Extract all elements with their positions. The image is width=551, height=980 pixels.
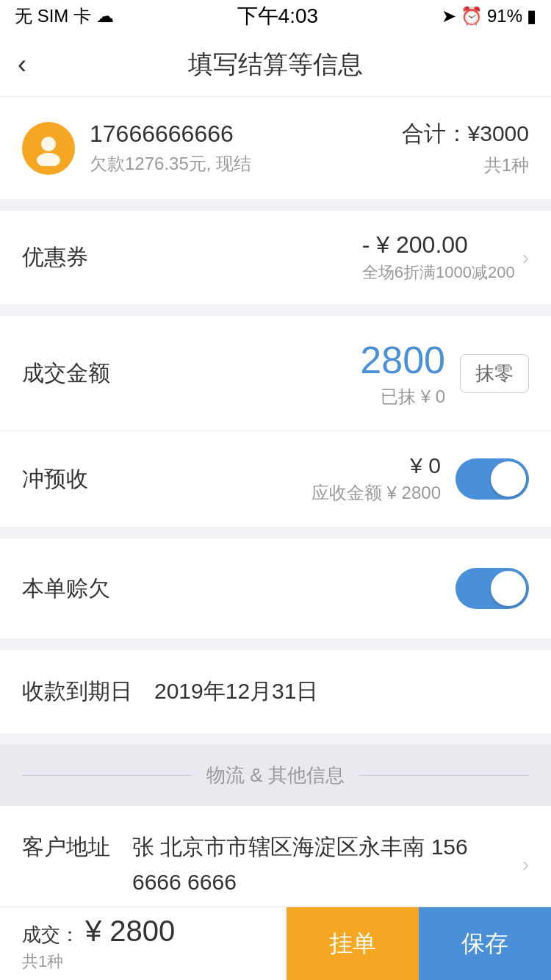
prepay-toggle[interactable] <box>455 458 529 500</box>
address-value: 张 北京市市辖区海淀区永丰南 156 6666 6666 <box>132 829 515 900</box>
status-right: ➤ ⏰ 91% ▮ <box>442 6 536 26</box>
svg-point-1 <box>37 153 60 166</box>
coupon-row[interactable]: 优惠券 - ¥ 200.00 全场6折满1000减200 › <box>0 211 551 304</box>
bottom-deal-label: 成交： <box>22 922 79 948</box>
coupon-desc: 全场6折满1000减200 <box>362 262 515 284</box>
address-row[interactable]: 客户地址 张 北京市市辖区海淀区永丰南 156 6666 6666 › <box>0 806 551 923</box>
save-button[interactable]: 保存 <box>419 907 551 981</box>
customer-left: 17666666666 欠款1276.35元, 现结 <box>22 120 251 176</box>
svg-point-0 <box>41 137 56 151</box>
logistics-divider: 物流 & 其他信息 <box>0 745 551 806</box>
address-chevron-icon: › <box>522 853 529 876</box>
deal-amount-row: 成交金额 2800 已抹 ¥ 0 抹零 <box>0 316 551 431</box>
prepay-sub: 应收金额 ¥ 2800 <box>311 481 441 505</box>
bottom-summary: 成交： ¥ 2800 共1种 <box>0 915 287 973</box>
debit-label: 本单赊欠 <box>22 574 110 604</box>
chevron-right-icon: › <box>522 246 529 270</box>
customer-right: 合计：¥3000 共1种 <box>402 119 529 177</box>
prepay-row: 冲预收 ¥ 0 应收金额 ¥ 2800 <box>0 431 551 527</box>
status-left: 无 SIM 卡 ☁ <box>15 4 114 28</box>
bottom-bar: 成交： ¥ 2800 共1种 挂单 保存 <box>0 907 551 980</box>
customer-card: 17666666666 欠款1276.35元, 现结 合计：¥3000 共1种 <box>0 97 551 199</box>
divider-line-left <box>22 775 192 776</box>
bottom-count: 共1种 <box>22 951 264 973</box>
nav-bar: ‹ 填写结算等信息 <box>0 32 551 97</box>
customer-debt: 欠款1276.35元, 现结 <box>90 152 251 176</box>
total-count: 共1种 <box>402 154 529 177</box>
divider-line-right <box>359 775 529 776</box>
deal-amount-right: 2800 已抹 ¥ 0 抹零 <box>360 338 529 408</box>
prepay-right: ¥ 0 应收金额 ¥ 2800 <box>311 453 529 505</box>
coupon-right: - ¥ 200.00 全场6折满1000减200 › <box>362 231 529 284</box>
bottom-deal-amount: ¥ 2800 <box>85 915 175 948</box>
debit-row: 本单赊欠 <box>0 538 551 638</box>
coupon-discount: - ¥ 200.00 <box>362 231 515 259</box>
location-icon: ➤ <box>442 6 456 26</box>
customer-phone: 17666666666 <box>90 120 251 148</box>
due-date-row: 收款到期日 2019年12月31日 <box>0 650 551 733</box>
due-date-label: 收款到期日 <box>22 677 132 707</box>
battery-icon: ▮ <box>527 6 536 26</box>
avatar <box>22 122 75 175</box>
status-time: 下午4:03 <box>237 2 319 30</box>
deal-amount-col: 2800 已抹 ¥ 0 <box>360 338 445 408</box>
no-sim-label: 无 SIM 卡 ☁ <box>15 4 114 28</box>
clock-icon: ⏰ <box>461 6 483 26</box>
bottom-deal: 成交： ¥ 2800 <box>22 915 264 948</box>
deal-sub: 已抹 ¥ 0 <box>360 385 445 408</box>
due-date-value: 2019年12月31日 <box>154 677 318 707</box>
deal-amount-value: 2800 <box>360 338 445 382</box>
back-button[interactable]: ‹ <box>18 49 26 80</box>
prepay-amount-col: ¥ 0 应收金额 ¥ 2800 <box>311 453 441 505</box>
status-bar: 无 SIM 卡 ☁ 下午4:03 ➤ ⏰ 91% ▮ <box>0 0 551 32</box>
battery-label: 91% <box>487 6 522 26</box>
customer-info: 17666666666 欠款1276.35元, 现结 <box>90 120 251 176</box>
prepay-label: 冲预收 <box>22 464 88 494</box>
logistics-divider-text: 物流 & 其他信息 <box>192 763 359 788</box>
round-button[interactable]: 抹零 <box>460 354 529 393</box>
page-title: 填写结算等信息 <box>188 48 363 82</box>
deal-amount-section: 成交金额 2800 已抹 ¥ 0 抹零 冲预收 ¥ 0 应收金额 ¥ 2800 <box>0 316 551 527</box>
pending-button[interactable]: 挂单 <box>287 907 419 981</box>
coupon-label: 优惠券 <box>22 242 88 273</box>
debit-toggle[interactable] <box>455 568 529 609</box>
address-label: 客户地址 <box>22 829 110 865</box>
deal-amount-label: 成交金额 <box>22 359 110 389</box>
content-area: 17666666666 欠款1276.35元, 现结 合计：¥3000 共1种 … <box>0 97 551 980</box>
total-amount: 合计：¥3000 <box>402 119 529 149</box>
prepay-amount: ¥ 0 <box>311 453 441 478</box>
